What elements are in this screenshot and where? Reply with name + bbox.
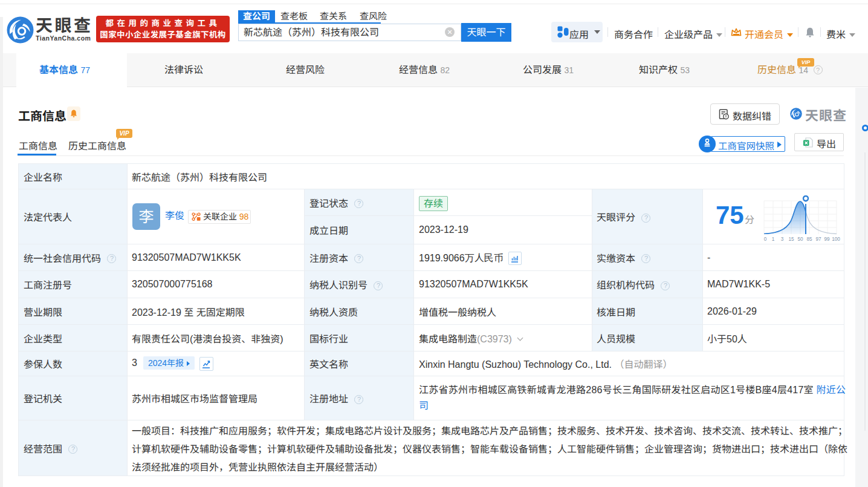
svg-text:85: 85 [806, 237, 812, 242]
svg-text:3: 3 [781, 237, 784, 242]
svg-text:1: 1 [772, 237, 775, 242]
svg-text:0: 0 [764, 237, 767, 242]
svg-text:99: 99 [824, 237, 830, 242]
svg-text:100: 100 [832, 237, 840, 242]
svg-text:15: 15 [788, 237, 794, 242]
svg-text:97: 97 [815, 237, 821, 242]
svg-text:50: 50 [797, 237, 803, 242]
